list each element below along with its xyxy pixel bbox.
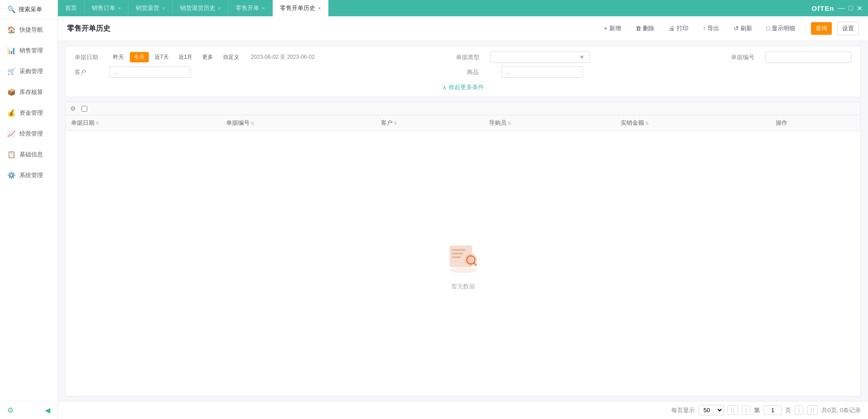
product-placeholder: ... [506, 69, 511, 75]
nav-label-inventory: 库存核算 [19, 88, 43, 96]
page-input[interactable] [764, 405, 782, 415]
brand-text: OfTEn [811, 5, 834, 12]
filter-row-2: 客户 ... 商品 ... [75, 66, 851, 78]
order-no-label: 单据编号 [731, 53, 758, 61]
nav-icon-quick-nav: 🏠 [7, 26, 16, 34]
tab-close-retail-open[interactable]: × [262, 5, 265, 11]
tabs-bar: 首页销售订单×销货退货×销货退货历史×零售开单×零售开单历史× OfTEn — … [58, 0, 868, 16]
collapse-icon[interactable]: ◀ [45, 406, 50, 414]
date-range: 2023-06-02 至 2023-06-02 [251, 53, 314, 61]
tab-label-sales-return-history: 销货退货历史 [180, 4, 215, 12]
data-table: 单据日期⇅单据编号⇅客户⇅导购员⇅实销金额⇅操作 [66, 115, 860, 131]
sidebar-item-operations[interactable]: 📈经营管理 [0, 123, 57, 144]
page-label: 页 [785, 406, 791, 414]
tab-label-sales-order: 销售订单 [92, 4, 115, 12]
nav-label-quick-nav: 快捷导航 [19, 26, 43, 34]
sidebar-footer: ⚙ ◀ [0, 401, 57, 419]
col-no: 单据编号⇅ [221, 115, 376, 131]
sidebar-search[interactable]: 🔍 搜索采单 [0, 0, 57, 19]
toolbar: + 新增 🗑 删除 🖨 打印 ↑ 导出 ↺ 刷新 □ 显示明细 查询 设置 [599, 22, 859, 35]
col-label-date: 单据日期 [71, 119, 95, 126]
tab-sales-return-history[interactable]: 销货退货历史× [173, 0, 228, 16]
empty-text: 暂无数据 [451, 282, 475, 291]
sort-icon-date[interactable]: ⇅ [95, 121, 99, 126]
toolbar-divider [805, 24, 806, 33]
customer-select[interactable]: ... [109, 66, 190, 78]
table-toolbar: ⚙ [66, 102, 860, 115]
window-close[interactable]: ✕ [857, 4, 863, 13]
collapse-button[interactable]: ∧ 收起更多条件 [442, 83, 484, 91]
sidebar-item-quick-nav[interactable]: 🏠快捷导航 [0, 19, 57, 40]
nav-icon-sys-mgmt: ⚙️ [7, 171, 16, 179]
sort-icon-no[interactable]: ⇅ [251, 121, 254, 126]
per-page-select[interactable]: 102050100 [698, 405, 724, 415]
pagination: 每页显示 102050100 ⟨⟨ ⟨ 第 页 ⟩ ⟩⟩ 共0页, 0条记录 [58, 401, 868, 419]
per-page-label: 每页显示 [671, 406, 695, 414]
customer-placeholder: ... [114, 69, 119, 75]
settings-icon[interactable]: ⚙ [7, 406, 14, 414]
date-btn-今天[interactable]: 今天 [130, 52, 149, 62]
collapse-row: ∧ 收起更多条件 [75, 81, 851, 91]
sidebar-search-label: 搜索采单 [19, 5, 42, 14]
svg-rect-4 [452, 256, 461, 258]
order-no-input[interactable] [765, 52, 851, 63]
refresh-button[interactable]: ↺ 刷新 [729, 22, 757, 35]
date-btn-昨天[interactable]: 昨天 [109, 52, 128, 62]
first-page-btn[interactable]: ⟨⟨ [727, 405, 738, 415]
content-area: 零售开单历史 + 新增 🗑 删除 🖨 打印 ↑ 导出 ↺ 刷新 □ 显示明细 查… [58, 16, 868, 419]
tab-sales-return[interactable]: 销货退货× [128, 0, 172, 16]
display-button[interactable]: □ 显示明细 [762, 22, 800, 35]
date-btn-自定义[interactable]: 自定义 [219, 52, 243, 62]
settings-button[interactable]: 设置 [837, 22, 859, 35]
col-label-customer: 客户 [381, 119, 393, 126]
tab-label-home: 首页 [65, 4, 77, 12]
next-page-btn[interactable]: ⟩ [795, 405, 803, 415]
add-button[interactable]: + 新增 [599, 22, 625, 35]
tab-close-sales-order[interactable]: × [118, 5, 121, 11]
sidebar-item-sales-mgmt[interactable]: 📊销售管理 [0, 40, 57, 61]
query-button[interactable]: 查询 [811, 22, 832, 35]
window-maximize[interactable]: □ [849, 4, 853, 12]
date-btns: 昨天今天近7天近1月更多自定义 [109, 52, 243, 62]
chevron-down-icon: ▼ [579, 54, 585, 61]
sidebar-item-purchase-mgmt[interactable]: 🛒采购管理 [0, 61, 57, 82]
sort-icon-customer[interactable]: ⇅ [394, 121, 397, 126]
print-button[interactable]: 🖨 打印 [664, 22, 693, 35]
svg-rect-2 [452, 249, 465, 251]
total-label: 共0页, 0条记录 [821, 406, 861, 414]
date-btn-更多[interactable]: 更多 [198, 52, 217, 62]
date-btn-近1月[interactable]: 近1月 [175, 52, 197, 62]
tab-home[interactable]: 首页 [58, 0, 85, 16]
prev-page-btn[interactable]: ⟨ [742, 405, 750, 415]
sidebar-item-inventory[interactable]: 📦库存核算 [0, 82, 57, 103]
select-all-checkbox[interactable] [81, 106, 87, 112]
window-minimize[interactable]: — [838, 4, 845, 12]
order-type-select[interactable]: ▼ [490, 52, 590, 63]
tab-close-sales-return[interactable]: × [162, 5, 165, 11]
tab-label-sales-return: 销货退货 [136, 4, 159, 12]
col-customer: 客户⇅ [375, 115, 484, 131]
sidebar-item-sys-mgmt[interactable]: ⚙️系统管理 [0, 165, 57, 186]
product-select[interactable]: ... [501, 66, 583, 78]
page-title: 零售开单历史 [67, 24, 110, 33]
sort-icon-salesperson[interactable]: ⇅ [508, 121, 511, 126]
delete-button[interactable]: 🗑 删除 [631, 22, 659, 35]
tab-label-retail-open-history: 零售开单历史 [280, 4, 315, 12]
tab-retail-open-history[interactable]: 零售开单历史× [273, 0, 328, 16]
product-label: 商品 [467, 68, 494, 76]
date-btn-近7天[interactable]: 近7天 [151, 52, 173, 62]
tab-close-retail-open-history[interactable]: × [318, 5, 321, 11]
sort-icon-amount[interactable]: ⇅ [645, 121, 649, 126]
tab-sales-order[interactable]: 销售订单× [85, 0, 128, 16]
export-button[interactable]: ↑ 导出 [698, 22, 724, 35]
sidebar-item-base-info[interactable]: 📋基础信息 [0, 144, 57, 165]
table-settings-icon[interactable]: ⚙ [70, 105, 76, 112]
sidebar-item-finance[interactable]: 💰资金管理 [0, 103, 57, 123]
tab-close-sales-return-history[interactable]: × [218, 5, 221, 11]
table-wrap: ⚙ 单据日期⇅单据编号⇅客户⇅导购员⇅实销金额⇅操作 [65, 102, 861, 396]
nav-icon-inventory: 📦 [7, 88, 16, 96]
tab-retail-open[interactable]: 零售开单× [228, 0, 272, 16]
last-page-btn[interactable]: ⟩⟩ [807, 405, 818, 415]
page-label-prefix: 第 [754, 406, 760, 414]
nav-label-sys-mgmt: 系统管理 [19, 171, 43, 179]
